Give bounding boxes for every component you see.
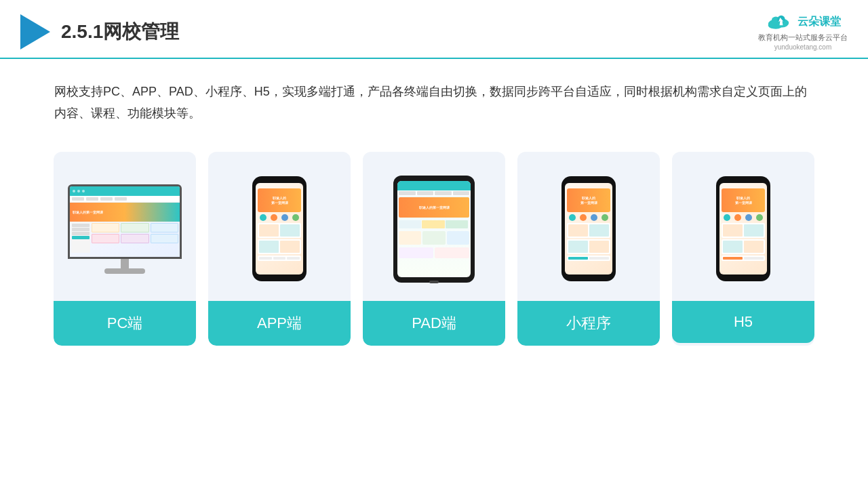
monitor-screen: 职途人的第一堂网课 <box>68 184 182 259</box>
card-h5-image: 职途人的第一堂网课 <box>672 152 814 301</box>
tablet-screen: 职途人的第一堂网课 <box>397 181 471 277</box>
card-app-image: 职途人的第一堂网课 <box>208 152 351 301</box>
description-text: 网校支持PC、APP、PAD、小程序、H5，实现多端打通，产品各终端自由切换，数… <box>0 59 868 138</box>
card-pad-image: 职途人的第一堂网课 <box>363 152 505 301</box>
monitor-base <box>104 268 145 274</box>
phone-app-device: 职途人的第一堂网课 <box>252 176 307 281</box>
logo-triangle-icon <box>20 14 50 49</box>
brand-area: 云朵课堂 教育机构一站式服务云平台 yunduoketang.com <box>758 12 848 51</box>
brand-name: 云朵课堂 <box>797 15 841 29</box>
card-pc-label: PC端 <box>54 301 196 346</box>
card-pad-label: PAD端 <box>363 301 505 346</box>
cards-container: 职途人的第一堂网课 <box>0 138 868 359</box>
cloud-icon <box>765 12 792 31</box>
phone-h5-device: 职途人的第一堂网课 <box>716 176 770 281</box>
page-title: 2.5.1网校管理 <box>61 19 179 45</box>
card-miniprogram-label: 小程序 <box>517 301 660 346</box>
brand-tagline: 教育机构一站式服务云平台 <box>758 33 848 43</box>
card-miniprogram-image: 职途人的第一堂网课 <box>517 152 660 301</box>
phone-mini-notch <box>581 178 596 182</box>
card-h5-label: H5 <box>672 301 814 343</box>
monitor-neck <box>121 259 129 268</box>
card-pc-image: 职途人的第一堂网课 <box>54 152 196 301</box>
brand-logo: 云朵课堂 <box>765 12 841 31</box>
phone-mini-screen: 职途人的第一堂网课 <box>565 183 612 274</box>
card-h5: 职途人的第一堂网课 <box>672 152 814 346</box>
card-app-label: APP端 <box>208 301 351 346</box>
monitor-screen-inner: 职途人的第一堂网课 <box>70 186 180 257</box>
card-miniprogram: 职途人的第一堂网课 <box>517 152 660 346</box>
phone-h5-screen: 职途人的第一堂网课 <box>719 183 767 274</box>
phone-app-screen: 职途人的第一堂网课 <box>256 183 303 274</box>
phone-mini-device: 职途人的第一堂网课 <box>561 176 616 281</box>
phone-notch <box>272 178 287 182</box>
card-pc: 职途人的第一堂网课 <box>54 152 196 346</box>
brand-url: yunduoketang.com <box>774 43 832 51</box>
tablet-home-button <box>429 281 439 283</box>
header-left: 2.5.1网校管理 <box>20 14 179 49</box>
card-app: 职途人的第一堂网课 <box>208 152 351 346</box>
tablet-device: 职途人的第一堂网课 <box>393 176 475 283</box>
page-header: 2.5.1网校管理 云朵课堂 教育机构一站式服务云平台 yunduoketang… <box>0 0 868 59</box>
card-pad: 职途人的第一堂网课 <box>363 152 505 346</box>
monitor-device: 职途人的第一堂网课 <box>68 184 182 274</box>
phone-h5-notch <box>736 178 751 182</box>
